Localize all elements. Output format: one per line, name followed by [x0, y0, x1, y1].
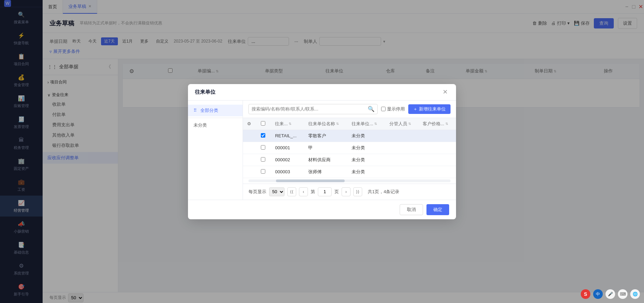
modal-table-row[interactable]: 000003 张师傅 未分类	[243, 166, 456, 178]
total-label: 共1页，4条记录	[368, 189, 399, 195]
per-page-label: 每页显示	[248, 189, 266, 195]
modal-overlay: 往来单位 ✕ ⠿ 全部分类 未分类	[0, 0, 644, 303]
modal-th-price-class: 客户价格...⇅	[419, 118, 456, 130]
sys-icon-zhong[interactable]: 中	[593, 289, 603, 299]
show-disabled-label[interactable]: 显示停用	[381, 106, 405, 112]
modal-pagination: 每页显示 50 ⟨⟨ ‹ 第 1 页 › ⟩⟩ 共1页，4条记录	[243, 184, 456, 200]
row-price-cell	[419, 166, 456, 178]
partner-modal: 往来单位 ✕ ⠿ 全部分类 未分类	[188, 84, 456, 219]
modal-table: ⚙ 往来...⇅ 往来单位名称⇅ 往来单位...⇅	[243, 118, 456, 178]
search-icon: 🔍	[368, 106, 375, 112]
modal-search-input[interactable]	[252, 106, 366, 112]
row-code-cell: 000002	[271, 154, 304, 166]
last-page-button[interactable]: ⟩⟩	[353, 187, 362, 196]
confirm-button[interactable]: 确定	[426, 204, 449, 215]
row-sales-cell	[385, 154, 419, 166]
row-settings-cell	[243, 130, 257, 142]
row-checkbox-cell[interactable]	[257, 154, 271, 166]
row-name-cell: 材料供应商	[304, 154, 347, 166]
modal-th-name: 往来单位名称⇅	[304, 118, 347, 130]
row-checkbox-cell[interactable]	[257, 166, 271, 178]
row-name-cell: 零散客户	[304, 130, 347, 142]
page-suffix: 页	[334, 189, 339, 195]
modal-categories-panel: ⠿ 全部分类 未分类	[188, 101, 243, 200]
sort-icon-sales: ⇅	[408, 122, 411, 126]
modal-table-row[interactable]: RETAIL_... 零散客户 未分类	[243, 130, 456, 142]
show-disabled-checkbox[interactable]	[381, 107, 386, 111]
modal-cat-all[interactable]: ⠿ 全部分类	[188, 105, 243, 116]
row-category-cell: 未分类	[347, 166, 385, 178]
modal-search-box[interactable]: 🔍	[248, 104, 378, 114]
first-page-button[interactable]: ⟨⟨	[287, 187, 296, 196]
row-price-cell	[419, 154, 456, 166]
modal-header: 往来单位 ✕	[188, 84, 456, 101]
modal-cat-uncat[interactable]: 未分类	[188, 119, 243, 131]
modal-close-button[interactable]: ✕	[441, 88, 449, 96]
row-settings-cell	[243, 154, 257, 166]
row-settings-cell	[243, 166, 257, 178]
prev-page-button[interactable]: ‹	[299, 187, 308, 196]
row-category-cell: 未分类	[347, 154, 385, 166]
sys-icon-s[interactable]: S	[581, 289, 590, 299]
row-code-cell: 000001	[271, 142, 304, 154]
row-category-cell: 未分类	[347, 130, 385, 142]
row-price-cell	[419, 142, 456, 154]
modal-th-sales-person: 分管人员⇅	[385, 118, 419, 130]
row-checkbox-cell[interactable]	[257, 142, 271, 154]
sort-icon-category: ⇅	[374, 122, 377, 126]
modal-table-row[interactable]: 000002 材料供应商 未分类	[243, 154, 456, 166]
sys-icon-mic[interactable]: 🎤	[606, 289, 615, 299]
page-number-input[interactable]: 1	[318, 187, 332, 196]
row-code-cell: RETAIL_...	[271, 130, 304, 142]
modal-th-code: 往来...⇅	[271, 118, 304, 130]
row-sales-cell	[385, 166, 419, 178]
sort-icon-price: ⇅	[445, 122, 448, 126]
horizontal-scrollbar[interactable]	[248, 179, 451, 182]
modal-th-checkbox	[257, 118, 271, 130]
sort-icon-name: ⇅	[336, 122, 339, 126]
page-label: 第	[311, 189, 315, 195]
modal-data-panel: 🔍 显示停用 ＋ 新增往来单位 ⚙	[243, 101, 456, 200]
modal-title: 往来单位	[195, 89, 215, 95]
row-name-cell: 张师傅	[304, 166, 347, 178]
modal-cat-divider	[188, 118, 243, 118]
drag-icon: ⠿	[193, 108, 197, 113]
cancel-button[interactable]: 取消	[400, 204, 423, 215]
row-sales-cell	[385, 130, 419, 142]
modal-table-row[interactable]: 000001 甲 未分类	[243, 142, 456, 154]
scrollbar-thumb[interactable]	[276, 179, 345, 182]
row-name-cell: 甲	[304, 142, 347, 154]
modal-th-settings: ⚙	[243, 118, 257, 130]
row-settings-cell	[243, 142, 257, 154]
modal-footer: 取消 确定	[188, 200, 456, 219]
modal-select-all[interactable]	[261, 121, 265, 126]
modal-th-category: 往来单位...⇅	[347, 118, 385, 130]
add-partner-button[interactable]: ＋ 新增往来单位	[408, 104, 451, 114]
modal-table-container: ⚙ 往来...⇅ 往来单位名称⇅ 往来单位...⇅	[243, 118, 456, 184]
sort-icon-code: ⇅	[289, 122, 291, 126]
row-checkbox-cell[interactable]	[257, 130, 271, 142]
row-price-cell	[419, 130, 456, 142]
next-page-button[interactable]: ›	[342, 187, 351, 196]
modal-body: ⠿ 全部分类 未分类 🔍 显示停用	[188, 101, 456, 200]
modal-toolbar: 🔍 显示停用 ＋ 新增往来单位	[243, 101, 456, 118]
per-page-select[interactable]: 50	[269, 187, 285, 196]
sys-tray: S 中 🎤 ⌨ 🌐	[581, 289, 640, 299]
row-category-cell: 未分类	[347, 142, 385, 154]
row-sales-cell	[385, 142, 419, 154]
sys-icon-network[interactable]: 🌐	[630, 289, 640, 299]
sys-icon-keyboard[interactable]: ⌨	[618, 289, 628, 299]
row-code-cell: 000003	[271, 166, 304, 178]
